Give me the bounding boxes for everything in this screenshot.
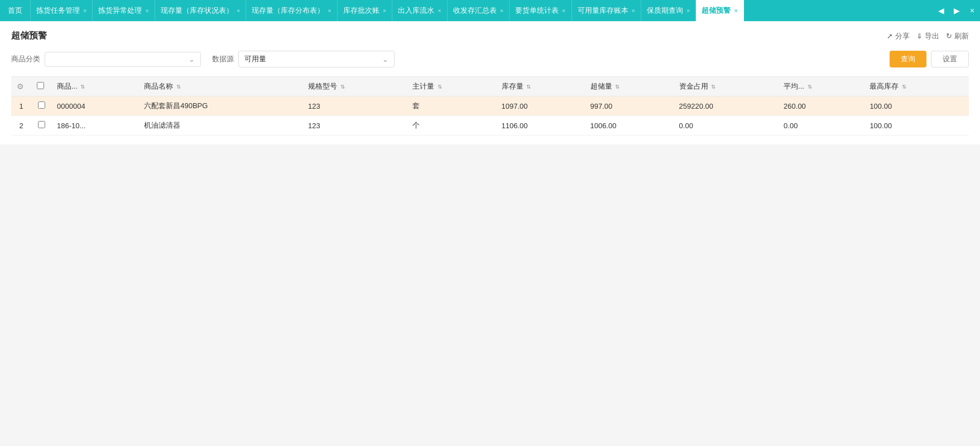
row-spec: 123: [302, 116, 407, 135]
chevron-down-icon: ⌄: [189, 55, 195, 64]
col-header-avg[interactable]: 平均... ⇅: [778, 77, 864, 96]
close-icon[interactable]: ×: [237, 7, 240, 14]
close-icon[interactable]: ×: [686, 7, 690, 14]
row-checkbox[interactable]: [38, 101, 45, 109]
close-icon[interactable]: ×: [500, 7, 503, 14]
sort-icon: ⇅: [711, 84, 715, 90]
row-capital: 0.00: [674, 116, 779, 135]
nav-next-button[interactable]: ▶: [949, 0, 964, 21]
page-title: 超储预警: [11, 30, 47, 42]
tab-收发存汇总表[interactable]: 收发存汇总表 ×: [448, 0, 510, 21]
row-checkbox-cell[interactable]: [31, 116, 51, 135]
row-name: 六配套新昌490BPG: [138, 96, 302, 116]
col-header-code[interactable]: 商品... ⇅: [51, 77, 138, 96]
row-name: 机油滤清器: [138, 116, 302, 135]
chevron-down-icon: ⌄: [382, 55, 388, 64]
col-header-max[interactable]: 最高库存 ⇅: [864, 77, 969, 96]
col-select-all[interactable]: [31, 77, 51, 96]
filter-bar: 商品分类 ⌄ 数据源 可用量 ⌄ 查询 设置: [11, 51, 969, 67]
row-checkbox[interactable]: [38, 121, 45, 128]
export-icon: ⇓: [916, 32, 923, 40]
col-header-capital[interactable]: 资金占用 ⇅: [674, 77, 779, 96]
select-all-checkbox[interactable]: [37, 82, 44, 89]
filter-buttons: 查询 设置: [890, 51, 969, 67]
row-stock: 1106.00: [496, 116, 585, 135]
close-icon[interactable]: ×: [83, 7, 87, 14]
col-header-name[interactable]: 商品名称 ⇅: [138, 77, 302, 96]
nav-close-button[interactable]: ×: [964, 0, 980, 21]
datasource-filter-group: 数据源 可用量 ⌄: [212, 51, 395, 67]
row-code: 0000004: [51, 96, 138, 116]
row-spec: 123: [302, 96, 407, 116]
row-max: 100.00: [864, 116, 969, 135]
tab-出入库流水[interactable]: 出入库流水 ×: [392, 0, 447, 21]
table-row: 1 0000004 六配套新昌490BPG 123 套 1097.00 997.…: [11, 96, 969, 116]
close-icon[interactable]: ×: [383, 7, 386, 14]
row-capital: 259220.00: [674, 96, 779, 116]
tab-保质期查询[interactable]: 保质期查询 ×: [641, 0, 696, 21]
sort-icon: ⇅: [615, 84, 619, 90]
col-gear[interactable]: ⚙: [11, 77, 31, 96]
category-filter-group: 商品分类 ⌄: [11, 52, 201, 67]
tab-现存量库存状况表[interactable]: 现存量（库存状况表） ×: [155, 0, 246, 21]
tab-超储预警[interactable]: 超储预警 ×: [696, 0, 743, 21]
share-icon: ➚: [887, 32, 893, 40]
page-content: 超储预警 ➚ 分享 ⇓ 导出 ↻ 刷新 商品分类 ⌄ 数据源: [0, 21, 980, 144]
tab-库存批次账[interactable]: 库存批次账 ×: [338, 0, 392, 21]
row-stock: 1097.00: [496, 96, 585, 116]
tab-拣货异常处理[interactable]: 拣货异常处理 ×: [93, 0, 155, 21]
tab-现存量库存分布表[interactable]: 现存量（库存分布表） ×: [246, 0, 337, 21]
row-unit: 个: [407, 116, 496, 135]
tab-拣货任务管理[interactable]: 拣货任务管理 ×: [31, 0, 93, 21]
row-code: 186-10...: [51, 116, 138, 135]
datasource-value: 可用量: [244, 54, 266, 64]
close-icon[interactable]: ×: [562, 7, 565, 14]
sort-icon: ⇅: [176, 84, 181, 90]
col-header-unit[interactable]: 主计量 ⇅: [407, 77, 496, 96]
sort-icon: ⇅: [438, 84, 442, 90]
close-icon[interactable]: ×: [328, 7, 331, 14]
nav-home[interactable]: 首页: [0, 0, 31, 21]
col-header-spec[interactable]: 规格型号 ⇅: [302, 77, 407, 96]
close-icon[interactable]: ×: [438, 7, 441, 14]
row-max: 100.00: [864, 96, 969, 116]
table-header-row: ⚙ 商品... ⇅ 商品名称 ⇅ 规格型号 ⇅ 主计量: [11, 77, 969, 96]
row-avg: 0.00: [778, 116, 864, 135]
close-icon[interactable]: ×: [632, 7, 635, 14]
close-icon[interactable]: ×: [734, 7, 737, 14]
tab-可用量库存账本[interactable]: 可用量库存账本 ×: [572, 0, 641, 21]
sort-icon: ⇅: [80, 84, 85, 90]
table-row: 2 186-10... 机油滤清器 123 个 1106.00 1006.00 …: [11, 116, 969, 135]
sort-icon: ⇅: [526, 84, 531, 90]
export-button[interactable]: ⇓ 导出: [916, 31, 939, 41]
page-header: 超储预警 ➚ 分享 ⇓ 导出 ↻ 刷新: [11, 30, 969, 42]
row-checkbox-cell[interactable]: [31, 96, 51, 116]
refresh-icon: ↻: [946, 32, 952, 40]
tab-要货单统计表[interactable]: 要货单统计表 ×: [510, 0, 571, 21]
row-unit: 套: [407, 96, 496, 116]
row-over: 997.00: [585, 96, 674, 116]
col-header-stock[interactable]: 库存量 ⇅: [496, 77, 585, 96]
refresh-button[interactable]: ↻ 刷新: [946, 31, 969, 41]
sort-icon: ⇅: [808, 84, 812, 90]
col-header-over[interactable]: 超储量 ⇅: [585, 77, 674, 96]
datasource-label: 数据源: [212, 54, 234, 64]
row-avg: 260.00: [778, 96, 864, 116]
sort-icon: ⇅: [902, 84, 906, 90]
header-actions: ➚ 分享 ⇓ 导出 ↻ 刷新: [887, 31, 969, 41]
query-button[interactable]: 查询: [890, 51, 926, 67]
sort-icon: ⇅: [340, 84, 345, 90]
top-navigation: 首页 拣货任务管理 × 拣货异常处理 × 现存量（库存状况表） × 现存量（库存…: [0, 0, 980, 21]
row-index: 2: [11, 116, 31, 135]
row-over: 1006.00: [585, 116, 674, 135]
share-button[interactable]: ➚ 分享: [887, 31, 910, 41]
gear-icon[interactable]: ⚙: [17, 82, 24, 91]
data-table: ⚙ 商品... ⇅ 商品名称 ⇅ 规格型号 ⇅ 主计量: [11, 76, 969, 135]
category-select[interactable]: ⌄: [45, 52, 201, 67]
row-index: 1: [11, 96, 31, 116]
category-label: 商品分类: [11, 54, 40, 64]
datasource-select[interactable]: 可用量 ⌄: [238, 51, 395, 67]
settings-button[interactable]: 设置: [931, 51, 969, 67]
nav-prev-button[interactable]: ◀: [933, 0, 949, 21]
close-icon[interactable]: ×: [145, 7, 148, 14]
